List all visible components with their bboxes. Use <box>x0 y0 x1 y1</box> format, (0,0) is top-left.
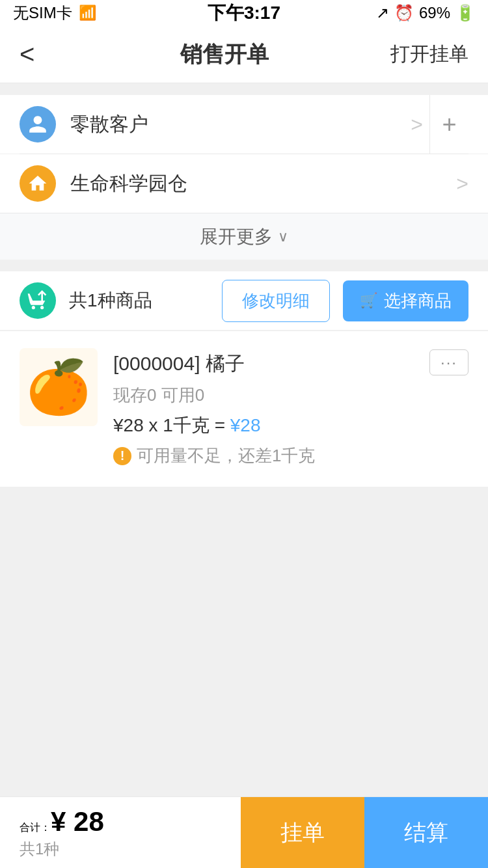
divider-expand <box>0 260 488 271</box>
warehouse-row[interactable]: 生命科学园仓 > <box>0 154 488 213</box>
battery-label: 69% <box>419 4 450 22</box>
product-header-icon <box>20 282 56 319</box>
divider-top <box>0 83 488 95</box>
expand-arrow-icon: ∨ <box>278 228 288 245</box>
bottom-bar: 合计：¥ 28 共1种 挂单 结算 <box>0 796 488 868</box>
price-text: ¥28 x 1千克 = <box>113 415 230 435</box>
product-title: 橘子 <box>206 353 245 374</box>
customer-arrow-icon: > <box>411 113 423 137</box>
alarm-icon: ⏰ <box>394 4 414 22</box>
warehouse-arrow-icon: > <box>456 172 468 196</box>
total-label-row: 合计：¥ 28 <box>20 806 221 837</box>
product-image: 🍊 <box>20 348 98 426</box>
expand-more-button[interactable]: 展开更多 ∨ <box>0 213 488 260</box>
select-product-label: 选择商品 <box>384 290 452 312</box>
status-bar: 无SIM卡 📶 下午3:17 ↗ ⏰ 69% 🔋 <box>0 0 488 26</box>
customer-label: 零散客户 <box>70 111 411 138</box>
product-header: 共1种商品 修改明细 🛒 选择商品 <box>0 271 488 330</box>
carrier-label: 无SIM卡 <box>13 3 72 23</box>
product-info: [0000004] 橘子 现存0 可用0 ¥28 x 1千克 = ¥28 ! 可… <box>113 348 414 467</box>
product-price: ¥28 x 1千克 = ¥28 <box>113 413 414 438</box>
hang-button[interactable]: 挂单 <box>241 797 364 869</box>
select-product-button[interactable]: 🛒 选择商品 <box>343 280 468 321</box>
product-row: 🍊 [0000004] 橘子 现存0 可用0 ¥28 x 1千克 = ¥28 !… <box>20 348 468 467</box>
warehouse-section: 生命科学园仓 > <box>0 154 488 213</box>
customer-section: 零散客户 > + <box>0 95 488 154</box>
total-sub-label: 共1种 <box>20 839 221 860</box>
product-warning: ! 可用量不足，还差1千克 <box>113 444 414 467</box>
location-icon: ↗ <box>376 4 389 22</box>
product-id: [0000004] <box>113 353 200 374</box>
total-section: 合计：¥ 28 共1种 <box>0 806 241 860</box>
product-count-label: 共1种商品 <box>69 288 209 313</box>
modify-detail-button[interactable]: 修改明细 <box>222 280 330 322</box>
status-right: ↗ ⏰ 69% 🔋 <box>376 4 475 22</box>
add-customer-button[interactable]: + <box>429 95 468 154</box>
status-left: 无SIM卡 📶 <box>13 3 96 23</box>
battery-icon: 🔋 <box>455 4 475 22</box>
product-thumbnail: 🍊 <box>26 361 91 413</box>
product-more-button[interactable]: ··· <box>429 349 468 375</box>
warehouse-label: 生命科学园仓 <box>70 170 456 197</box>
empty-area <box>0 487 488 799</box>
warehouse-icon <box>20 165 56 202</box>
status-time: 下午3:17 <box>208 1 280 25</box>
product-card: 🍊 [0000004] 橘子 现存0 可用0 ¥28 x 1千克 = ¥28 !… <box>0 331 488 487</box>
nav-bar: < 销售开单 打开挂单 <box>0 26 488 83</box>
customer-row[interactable]: 零散客户 > + <box>0 95 488 154</box>
total-prefix: 合计： <box>20 822 51 833</box>
checkout-button[interactable]: 结算 <box>364 797 488 869</box>
warning-icon: ! <box>113 447 131 465</box>
total-amount: ¥ 28 <box>51 806 104 837</box>
product-name: [0000004] 橘子 <box>113 351 414 377</box>
expand-label: 展开更多 <box>200 224 273 249</box>
customer-icon <box>20 106 56 142</box>
product-stock: 现存0 可用0 <box>113 384 414 407</box>
back-button[interactable]: < <box>20 40 59 69</box>
price-total: ¥28 <box>230 415 261 435</box>
warning-text: 可用量不足，还差1千克 <box>137 444 315 467</box>
wifi-icon: 📶 <box>79 5 96 21</box>
cart-icon: 🛒 <box>360 292 377 309</box>
page-title: 销售开单 <box>180 40 269 70</box>
open-hang-button[interactable]: 打开挂单 <box>390 41 468 68</box>
